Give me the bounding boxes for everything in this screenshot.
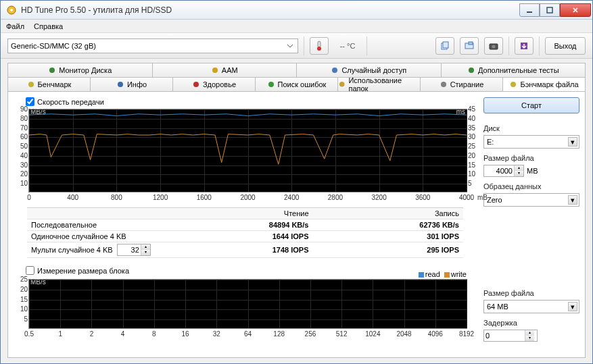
- read-value: 1644 IOPS: [162, 231, 313, 242]
- table-row: Одиночное случайное 4 KB1644 IOPS301 IOP…: [27, 231, 463, 242]
- tab-label: Здоровье: [203, 80, 236, 88]
- svg-rect-3: [547, 7, 552, 13]
- y2-tick: 35: [468, 124, 479, 132]
- disk-select[interactable]: E: ▾: [483, 135, 579, 149]
- write-value: 301 IOPS: [313, 231, 464, 242]
- row-label: Последовательное: [27, 219, 162, 231]
- x-tick: 4096: [428, 330, 443, 338]
- delay-input[interactable]: [484, 332, 525, 340]
- filesize-unit: MB: [527, 167, 538, 175]
- tab-icon: [192, 80, 200, 88]
- filesize2-value: 64 MB: [487, 303, 508, 311]
- x-tick: 2000: [240, 194, 255, 201]
- tab-монитор-диска[interactable]: Монитор Диска: [8, 63, 153, 77]
- x-tick: 3600: [415, 194, 430, 201]
- y-tick: 40: [14, 152, 28, 159]
- x-tick: 4: [121, 330, 125, 338]
- spin-up[interactable]: ▴: [141, 244, 150, 250]
- minimize-button[interactable]: [519, 3, 540, 17]
- close-button[interactable]: [560, 3, 591, 17]
- camera-button[interactable]: [484, 37, 503, 55]
- tab-случайный-доступ[interactable]: Случайный доступ: [297, 63, 442, 77]
- tab-icon: [331, 66, 339, 74]
- filesize-spinner[interactable]: ▴▾: [483, 165, 524, 177]
- menu-help[interactable]: Справка: [34, 22, 63, 30]
- transfer-rate-checkbox[interactable]: Скорость передачи: [26, 97, 477, 106]
- row-label: Мульти случайное 4 KB ▴▾: [27, 242, 162, 258]
- tab-бэнчмарк-файла[interactable]: Бэнчмарк файла: [503, 78, 585, 91]
- filesize-label: Размер файла: [483, 154, 579, 162]
- delay-spinner[interactable]: ▴▾: [483, 330, 538, 342]
- maximize-button[interactable]: [540, 3, 560, 17]
- tab-icon: [27, 80, 35, 88]
- tab-бенчмарк[interactable]: Бенчмарк: [8, 78, 91, 91]
- tab-здоровье[interactable]: Здоровье: [173, 78, 256, 91]
- y-tick: 5: [14, 315, 28, 323]
- copy-button[interactable]: [435, 37, 454, 55]
- tab-icon: [440, 80, 448, 88]
- spin-down[interactable]: ▾: [514, 171, 523, 176]
- x-tick: 8: [152, 330, 156, 338]
- x-tick: 256: [305, 330, 316, 338]
- tab-icon: [338, 80, 346, 88]
- x-tick: 2: [90, 330, 94, 338]
- blocksize-checkbox[interactable]: Измерение размера блока: [26, 266, 477, 275]
- drive-select[interactable]: Generic-SD/MMC (32 gB): [7, 38, 298, 53]
- svg-rect-2: [527, 11, 532, 13]
- window-title: HD Tune Pro 5.50 - утилита для HD/SSD: [21, 5, 519, 15]
- multi-spinner[interactable]: ▴▾: [117, 244, 151, 256]
- spin-down[interactable]: ▾: [141, 250, 150, 255]
- x-tick: 1200: [153, 194, 168, 201]
- menu-file[interactable]: Файл: [6, 22, 24, 30]
- svg-point-22: [441, 82, 446, 87]
- blocksize-check-input[interactable]: [26, 266, 34, 275]
- svg-rect-9: [469, 42, 473, 45]
- pattern-select[interactable]: Zero ▾: [483, 193, 579, 207]
- tab-поиск-ошибок[interactable]: Поиск ошибок: [256, 78, 338, 91]
- y-tick: 10: [14, 180, 28, 187]
- x-tick: 1: [58, 330, 62, 338]
- filesize2-select[interactable]: 64 MB ▾: [483, 300, 579, 313]
- spin-down[interactable]: ▾: [525, 336, 534, 341]
- tab-инфо[interactable]: Инфо: [91, 78, 173, 91]
- svg-point-21: [339, 82, 345, 87]
- tab-label: Бенчмарк: [38, 80, 72, 88]
- filesize2-label: Размер файла: [483, 289, 579, 297]
- drive-value: Generic-SD/MMC (32 gB): [11, 42, 96, 50]
- x-tick: 3200: [371, 194, 386, 201]
- tab-label: Стирание: [450, 80, 484, 88]
- multi-input[interactable]: [118, 246, 141, 254]
- app-icon: [6, 5, 17, 16]
- y-tick: 50: [14, 142, 28, 150]
- chevron-down-icon: ▾: [568, 137, 577, 147]
- svg-point-1: [10, 9, 13, 11]
- x-tick: 2048: [396, 330, 411, 338]
- chart2-legend: read write: [419, 270, 467, 278]
- blocksize-chart: MB/s read write 5101520250.5124816326412…: [28, 279, 467, 329]
- disk-label: Диск: [483, 124, 579, 132]
- exit-button[interactable]: Выход: [545, 37, 586, 55]
- tab-дополнительные-тесты[interactable]: Дополнительные тесты: [442, 63, 586, 77]
- table-row: Последовательное84894 KB/s62736 KB/s: [27, 219, 463, 231]
- x-tick: 128: [273, 330, 285, 338]
- save-button[interactable]: [515, 37, 533, 55]
- start-button[interactable]: Старт: [483, 97, 579, 113]
- tab-стирание[interactable]: Стирание: [421, 78, 503, 91]
- x-tick: 0.5: [24, 330, 34, 338]
- svg-point-14: [212, 68, 218, 73]
- screenshot-button[interactable]: [460, 37, 479, 55]
- temperature-button[interactable]: [310, 37, 329, 55]
- tab-label: Использование папок: [348, 76, 420, 93]
- tab-aam[interactable]: AAM: [153, 63, 298, 77]
- toolbar: Generic-SD/MMC (32 gB) -- °C Выход: [1, 33, 592, 59]
- tab-icon: [48, 66, 56, 74]
- svg-point-13: [49, 68, 55, 73]
- chevron-down-icon: ▾: [568, 195, 577, 205]
- spin-up[interactable]: ▴: [525, 330, 534, 336]
- col-write: Запись: [313, 208, 464, 219]
- tab-использование-папок[interactable]: Использование папок: [338, 78, 421, 91]
- x-tick: 800: [111, 194, 122, 201]
- x-tick: 4000: [459, 194, 474, 201]
- filesize-input[interactable]: [484, 167, 514, 175]
- spin-up[interactable]: ▴: [514, 165, 523, 171]
